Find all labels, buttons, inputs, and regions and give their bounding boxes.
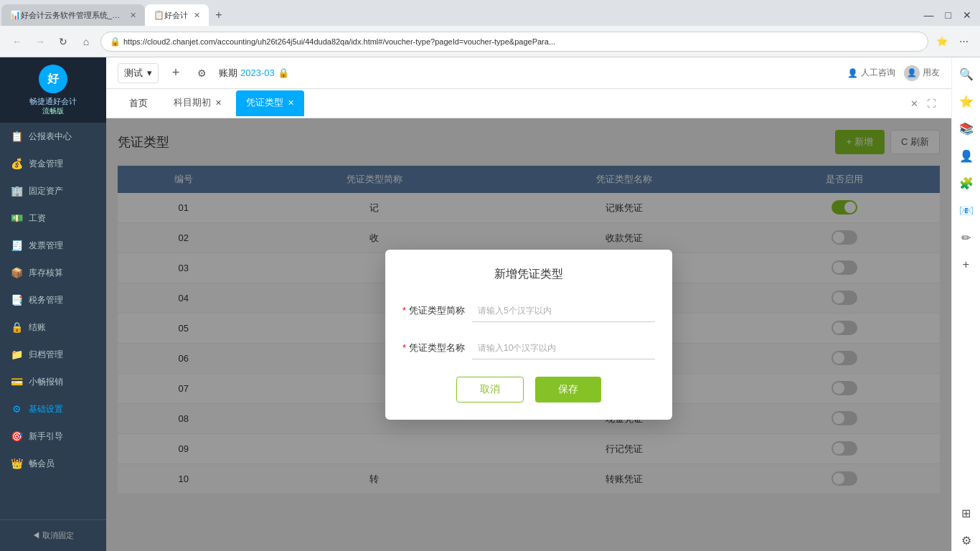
sidebar-item-tax[interactable]: 📑 税务管理 xyxy=(0,286,106,314)
required-indicator-2: * xyxy=(402,342,406,353)
tab2-label: 好会计 xyxy=(164,10,188,21)
tab1-favicon: 📊 xyxy=(10,10,21,20)
finance-icon: 💰 xyxy=(10,157,23,170)
reload-button[interactable]: ↻ xyxy=(55,33,72,50)
workspace-settings-icon[interactable]: ⚙ xyxy=(193,65,210,82)
modal-title: 新增凭证类型 xyxy=(402,267,655,282)
tab1-close-icon[interactable]: ✕ xyxy=(130,11,136,20)
add-voucher-type-modal: 新增凭证类型 *凭证类型简称 *凭证类型名称 取消 xyxy=(385,250,672,420)
logo-text: 畅捷通好会计 流畅版 xyxy=(29,96,77,116)
workspace-selector[interactable]: 测试 ▾ xyxy=(118,63,159,83)
rp-search-icon[interactable]: 🔍 xyxy=(956,63,977,85)
cancel-pin-button[interactable]: ◀ 取消固定 xyxy=(6,526,100,545)
workspace-name: 测试 xyxy=(124,67,143,80)
tab-subjects-close-icon[interactable]: ✕ xyxy=(215,98,222,108)
minimize-button[interactable]: — xyxy=(921,6,937,24)
user-avatar-icon: 👤 xyxy=(904,65,920,81)
save-button[interactable]: 保存 xyxy=(535,377,601,402)
sidebar-item-invoice[interactable]: 🧾 发票管理 xyxy=(0,232,106,259)
voucher-type-short-input[interactable] xyxy=(472,299,655,322)
browser-tab-2[interactable]: 📋 好会计 ✕ xyxy=(145,4,209,26)
back-button[interactable]: ← xyxy=(9,33,26,50)
tab-voucher-type[interactable]: 凭证类型 ✕ xyxy=(236,90,304,116)
tab-subjects[interactable]: 科目期初 ✕ xyxy=(162,89,233,118)
rp-feather-icon[interactable]: ✏ xyxy=(956,227,977,248)
forward-button[interactable]: → xyxy=(32,33,49,50)
page-content: 凭证类型 + 新增 C 刷新 编号 凭证类型简称 凭证类型名称 是否启用 xyxy=(106,118,951,551)
rp-profile-icon[interactable]: 👤 xyxy=(956,145,977,166)
inventory-icon: 📦 xyxy=(10,266,23,279)
sidebar-item-close[interactable]: 🔒 结账 xyxy=(0,314,106,341)
modal-overlay: 新增凭证类型 *凭证类型简称 *凭证类型名称 取消 xyxy=(106,118,951,551)
sidebar-item-inventory[interactable]: 📦 库存核算 xyxy=(0,259,106,286)
right-panel: 🔍 ⭐ 📚 👤 🧩 📧 ✏ + ⊞ ⚙ xyxy=(951,57,980,551)
cancel-button[interactable]: 取消 xyxy=(456,377,524,402)
browser-menu-icon[interactable]: ⋯ xyxy=(956,34,971,50)
sidebar-item-finance[interactable]: 💰 资金管理 xyxy=(0,150,106,177)
address-bar: ← → ↻ ⌂ 🔒 https://cloud2.chanjet.com/acc… xyxy=(0,26,980,57)
tab2-favicon: 📋 xyxy=(154,10,164,20)
collapse-icon[interactable]: ✕ xyxy=(905,95,923,112)
rp-apps-icon[interactable]: + xyxy=(956,254,977,276)
workspace-add-button[interactable]: + xyxy=(167,65,184,82)
close-button[interactable]: ✕ xyxy=(960,6,974,24)
tab-bar: 📊 好会计云务软件管理系统_会计 ✕ 📋 好会计 ✕ + — □ ✕ xyxy=(0,0,980,26)
member-icon: 👑 xyxy=(10,457,23,470)
sidebar-item-guide[interactable]: 🎯 新手引导 xyxy=(0,423,106,450)
tab2-close-icon[interactable]: ✕ xyxy=(194,11,200,20)
extensions-icon[interactable]: ⭐ xyxy=(934,34,950,50)
sidebar-item-member[interactable]: 👑 畅会员 xyxy=(0,450,106,477)
rp-grid-icon[interactable]: ⊞ xyxy=(956,502,977,524)
modal-actions: 取消 保存 xyxy=(402,377,655,402)
sidebar-item-notices[interactable]: 📋 公报表中心 xyxy=(0,123,106,150)
rp-extensions-icon[interactable]: 🧩 xyxy=(956,172,977,194)
sidebar-item-archive[interactable]: 📁 归档管理 xyxy=(0,341,106,368)
app-container: 好 畅捷通好会计 流畅版 📋 公报表中心 💰 资金管理 🏢 固定资产 💵 xyxy=(0,57,980,551)
field-name-label: *凭证类型名称 xyxy=(402,342,472,354)
window-controls: — □ ✕ xyxy=(921,6,980,24)
browser-tab-1[interactable]: 📊 好会计云务软件管理系统_会计 ✕ xyxy=(1,4,145,26)
content-tabs: 首页 科目期初 ✕ 凭证类型 ✕ ✕ ⛶ xyxy=(106,89,951,118)
help-button[interactable]: 👤 人工咨询 xyxy=(847,67,895,79)
period-lock-icon: 🔒 xyxy=(278,67,289,78)
address-input[interactable]: 🔒 https://cloud2.chanjet.com/accounting/… xyxy=(100,32,928,52)
salary-icon: 💵 xyxy=(10,212,23,225)
notices-icon: 📋 xyxy=(10,130,23,143)
period-info: 账期 2023-03 🔒 xyxy=(219,67,289,80)
app-header: 测试 ▾ + ⚙ 账期 2023-03 🔒 👤 人工咨询 👤 用友 xyxy=(106,57,951,89)
sidebar-item-expense[interactable]: 💳 小畅报销 xyxy=(0,368,106,395)
sidebar-item-assets[interactable]: 🏢 固定资产 xyxy=(0,177,106,204)
tab-voucher-type-close-icon[interactable]: ✕ xyxy=(288,98,294,108)
archive-icon: 📁 xyxy=(10,348,23,361)
url-text: https://cloud2.chanjet.com/accounting/uh… xyxy=(123,37,555,46)
modal-field-name: *凭证类型名称 xyxy=(402,336,655,359)
sidebar-bottom: ◀ 取消固定 xyxy=(0,519,106,551)
help-icon: 👤 xyxy=(847,68,858,78)
period-value: 2023-03 xyxy=(240,67,275,78)
sidebar-item-salary[interactable]: 💵 工资 xyxy=(0,204,106,232)
expand-icon[interactable]: ⛶ xyxy=(923,95,940,112)
tab1-label: 好会计云务软件管理系统_会计 xyxy=(21,10,124,21)
tab-home[interactable]: 首页 xyxy=(118,90,159,117)
logo-icon: 好 xyxy=(39,65,67,93)
rp-star-icon[interactable]: ⭐ xyxy=(956,90,977,112)
rp-settings-icon[interactable]: ⚙ xyxy=(956,529,977,551)
settings-nav-icon: ⚙ xyxy=(10,402,23,415)
field-short-label: *凭证类型简称 xyxy=(402,304,472,317)
modal-field-short: *凭证类型简称 xyxy=(402,299,655,322)
home-button[interactable]: ⌂ xyxy=(77,33,95,50)
app-logo: 好 畅捷通好会计 流畅版 xyxy=(0,57,106,123)
voucher-type-name-input[interactable] xyxy=(472,336,655,359)
rp-collections-icon[interactable]: 📚 xyxy=(956,118,977,139)
sidebar-item-settings[interactable]: ⚙ 基础设置 xyxy=(0,395,106,423)
expense-icon: 💳 xyxy=(10,375,23,388)
close-accounts-icon: 🔒 xyxy=(10,321,23,334)
browser-chrome: 📊 好会计云务软件管理系统_会计 ✕ 📋 好会计 ✕ + — □ ✕ ← → ↻… xyxy=(0,0,980,57)
new-tab-button[interactable]: + xyxy=(209,5,229,25)
required-indicator-1: * xyxy=(402,305,406,316)
sidebar: 好 畅捷通好会计 流畅版 📋 公报表中心 💰 资金管理 🏢 固定资产 💵 xyxy=(0,57,106,551)
user-button[interactable]: 👤 用友 xyxy=(904,65,940,81)
rp-outlook-icon[interactable]: 📧 xyxy=(956,199,977,221)
guide-icon: 🎯 xyxy=(10,430,23,443)
maximize-button[interactable]: □ xyxy=(943,6,954,24)
